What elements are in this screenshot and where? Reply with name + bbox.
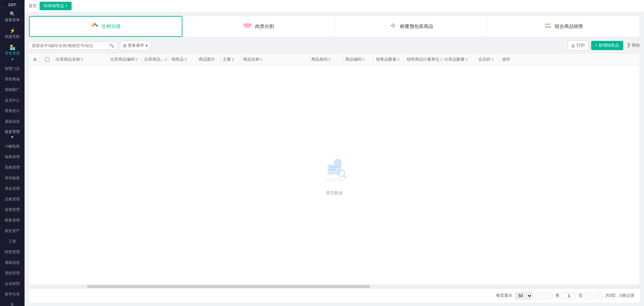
sidebar-item-finance[interactable]: 资金管理 (0, 183, 25, 194)
page-number-input[interactable] (562, 292, 576, 299)
cat-tab-weigh-pack[interactable]: 称重预包装商品 (335, 16, 488, 37)
sidebar-item-purchase-mgmt[interactable]: 采购管理 (0, 162, 25, 173)
search-icon: 🔍 (109, 43, 114, 48)
filter-button[interactable]: ⊞ 更多条件 ▾ (120, 41, 151, 50)
empty-state: 暂无数据 (29, 66, 640, 285)
sort-icon: ⇅ (362, 58, 365, 61)
sidebar-item-basic-info[interactable]: 基础信息 (0, 116, 25, 127)
th-price[interactable]: 会员价 ⇅ (476, 54, 500, 65)
sidebar-item-label: 固定资产 (5, 228, 20, 233)
page-prefix-label: 第 (555, 293, 559, 299)
sidebar-item-label: 基础信息 (5, 260, 20, 265)
svg-point-17 (549, 26, 551, 28)
sidebar-item-label: 快捷导航 (5, 34, 20, 39)
sidebar-item-label: 基础信息 (5, 119, 20, 124)
svg-point-12 (545, 24, 546, 25)
th-outcode[interactable]: 出库商品编码 ⇅ (108, 54, 142, 65)
sort-icon: ⇅ (184, 58, 187, 61)
sidebar-item-settings[interactable]: ⚙ (0, 300, 25, 306)
total-label: 共0页，0条记录 (605, 293, 634, 299)
sidebar-item-member-center[interactable]: 会员中心 (0, 95, 25, 106)
sidebar-item-retail-stats[interactable]: 零售统计 (0, 106, 25, 116)
per-page-select[interactable]: 10 20 50 100 (515, 292, 533, 300)
sidebar-item-mini-shop[interactable]: 小畅电商 (0, 141, 25, 152)
arrow-down-icon: ▼ (11, 135, 14, 139)
sort-icon: ⇅ (328, 58, 331, 61)
first-page-button[interactable]: « (535, 292, 543, 299)
th-outsku[interactable]: 出库商品... ⇅ (142, 54, 169, 65)
sidebar-item-invoice-mgmt[interactable]: 发票管理 (0, 204, 25, 215)
fresh-grade-icon (91, 21, 99, 31)
sort-icon: ⇅ (465, 58, 468, 61)
last-page-button[interactable]: » (595, 292, 603, 299)
home-tab[interactable]: 首页 (29, 3, 37, 9)
empty-illustration (319, 154, 350, 186)
active-tab[interactable]: 特殊销售品 × (40, 2, 72, 10)
th-salename[interactable]: 销售品 ⇅ (169, 54, 197, 65)
svg-line-25 (344, 175, 346, 178)
sidebar-item-tax-mgmt[interactable]: 税务管理 (0, 215, 25, 226)
sidebar-item-wholesale-mgmt[interactable]: 批发管理 ▼ (0, 127, 25, 141)
th-name[interactable]: 商品名称 ⇅ (241, 54, 309, 65)
svg-rect-21 (329, 169, 336, 170)
th-saleunit[interactable]: 销售商品计量单位 ⇅ (405, 54, 442, 65)
sidebar-item-basic-info2[interactable]: 基础信息 (0, 257, 25, 268)
search-input[interactable] (32, 43, 108, 48)
sidebar-item-label: 零售商城 (5, 77, 20, 82)
sidebar-item-ecom-mgmt[interactable]: 电商管理 (0, 152, 25, 162)
th-barcode[interactable]: 商品条码 ⇅ (309, 54, 343, 65)
svg-point-0 (92, 25, 94, 27)
select-all-checkbox[interactable] (45, 57, 49, 62)
sidebar-item-smart-store[interactable]: 智慧门店 (0, 63, 25, 74)
th-outname[interactable]: 出库商品名称 ⇅ (54, 54, 108, 65)
print-button[interactable]: 🖨 打印 (567, 41, 588, 50)
svg-point-15 (545, 26, 546, 28)
th-check[interactable] (41, 55, 54, 64)
sidebar-item-label: 智慧门店 (5, 66, 20, 71)
sidebar-item-label: 发票管理 (5, 207, 20, 212)
next-page-button[interactable]: › (585, 292, 592, 299)
sort-icon: ⇅ (135, 58, 138, 61)
scrollbar-thumb[interactable] (87, 285, 370, 288)
sidebar-item-search-menu[interactable]: 🔍 搜索菜单 (0, 9, 25, 25)
empty-text: 暂无数据 (326, 190, 343, 196)
th-skucode[interactable]: 商品编码 ⇅ (343, 54, 374, 65)
sidebar-item-inventory[interactable]: 库存核算 (0, 173, 25, 183)
toolbar: 🔍 ⊞ 更多条件 ▾ 🖨 打印 + 新增销售品 ❓ 帮助 (29, 41, 640, 50)
th-saleqty[interactable]: 销售品数量 ⇅ (374, 54, 405, 65)
svg-point-14 (549, 24, 551, 25)
horizontal-scrollbar[interactable] (29, 285, 640, 288)
help-button[interactable]: ❓ 帮助 (626, 43, 640, 48)
sort-icon: ⇅ (260, 58, 263, 61)
svg-point-11 (392, 26, 394, 28)
sidebar-item-ledger[interactable]: 总账管理 (0, 194, 25, 204)
sidebar-item-corp-agreement[interactable]: 企业协同 (0, 278, 25, 289)
new-sale-item-button[interactable]: + 新增销售品 (591, 41, 623, 50)
cat-tab-fresh-grade[interactable]: 生鲜分级 (29, 16, 182, 37)
sidebar-item-sales-promo[interactable]: 营销推广 (0, 85, 25, 95)
th-unit[interactable]: 主量 ⇅ (221, 54, 241, 65)
cat-tab-combo-sale[interactable]: 组合商品销售 (488, 16, 640, 37)
sidebar-item-ops-mgmt[interactable]: 经营管理 (0, 247, 25, 257)
close-tab-button[interactable]: × (65, 4, 68, 8)
sidebar-item-label: 零售统计 (5, 108, 20, 113)
sort-icon: ⇅ (165, 58, 167, 61)
sidebar-item-fixed-assets[interactable]: 固定资产 (0, 226, 25, 236)
search-box[interactable]: 🔍 (29, 42, 117, 50)
cat-tab-meat-cut[interactable]: 肉类分割 (182, 16, 335, 37)
th-outqty[interactable]: 出库品数量 ⇅ (442, 54, 476, 65)
settings-icon: ⚙ (11, 302, 14, 306)
sidebar-item-label: 资金管理 (5, 186, 20, 191)
sidebar-item-label: 零售管理 (5, 51, 20, 56)
sidebar-item-quick-nav[interactable]: ⚡ 快捷导航 (0, 25, 25, 42)
sidebar-item-label: 采购管理 (5, 165, 20, 170)
sidebar-item-new-guide[interactable]: 新手引导 (0, 289, 25, 300)
sidebar-item-sys-mgmt[interactable]: 系统管理 (0, 268, 25, 278)
sidebar-item-retail-mgmt[interactable]: 🏪 零售管理 ▲ (0, 42, 25, 63)
sidebar-item-retail-mall[interactable]: 零售商城 (0, 74, 25, 85)
search-menu-icon: 🔍 (10, 11, 15, 17)
th-settings[interactable]: ⚙ (29, 55, 41, 65)
sidebar-item-salary[interactable]: 工资 (0, 236, 25, 247)
prev-page-button[interactable]: ‹ (546, 292, 553, 299)
pagination: 每页显示 10 20 50 100 « ‹ 第 页 › » 共0页，0条记录 (29, 288, 640, 303)
